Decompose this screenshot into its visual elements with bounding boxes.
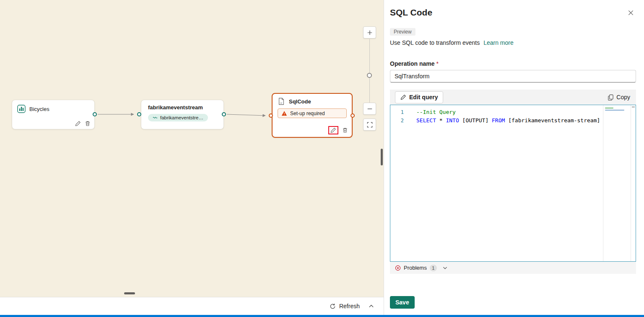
node-sqlcode[interactable]: sql SqlCode Set-up required [272,93,353,138]
fit-to-screen-button[interactable] [363,119,376,131]
minimap[interactable] [603,105,631,261]
eventstream-stream-badge[interactable]: fabrikameventstre… [148,114,208,121]
taskbar-strip [0,315,644,317]
sql-document-icon: sql [278,98,285,105]
error-icon [395,265,401,271]
edit-sqlcode-button[interactable] [328,126,338,134]
connector-eventstream-out[interactable] [222,112,226,116]
warning-icon [281,111,287,116]
code-lines[interactable]: --Init QuerySELECT * INTO [OUTPUT] FROM … [410,105,636,261]
trash-icon [85,121,91,126]
preview-badge: Preview [390,28,415,36]
minus-icon [367,106,373,112]
eventstream-canvas[interactable]: Bicycles fabrikameventstream fabrikameve… [0,0,384,297]
chevron-down-icon [442,265,448,271]
trash-icon [342,127,348,133]
chevron-up-icon [368,303,374,309]
copy-label: Copy [616,94,630,101]
sql-code-editor[interactable]: 12 --Init QuerySELECT * INTO [OUTPUT] FR… [390,105,636,262]
pencil-icon [400,94,406,100]
node-sqlcode-label: SqlCode [289,98,311,105]
operation-name-label: Operation name* [390,60,636,67]
bar-chart-icon [17,105,26,113]
vertical-scrollbar[interactable] [381,149,383,165]
pencil-icon [75,121,81,126]
edit-query-label: Edit query [409,94,438,101]
pencil-icon [330,127,336,133]
problems-label: Problems [404,265,427,271]
zoom-slider-handle[interactable] [367,73,372,78]
line-number: 1 [390,108,404,116]
close-icon [628,10,634,16]
stream-icon [153,115,158,120]
eventstream-stream-badge-label: fabrikameventstre… [160,115,203,120]
sql-code-panel: SQL Code Preview Use SQL code to transfo… [384,0,644,315]
plus-icon [367,30,373,36]
delete-sqlcode-button[interactable] [342,127,348,133]
connector-sqlcode-out[interactable] [351,113,355,118]
problems-count-badge: 1 [430,265,437,271]
refresh-button[interactable]: Refresh [330,303,360,309]
node-fabrikameventstream[interactable]: fabrikameventstream fabrikameventstre… [141,100,224,129]
edges-layer [0,0,384,297]
canvas-bottom-bar: Refresh [0,297,384,315]
overview-ruler[interactable] [631,105,636,261]
delete-node-button[interactable] [85,121,91,126]
svg-text:sql: sql [280,102,282,104]
node-bicycles[interactable]: Bicycles [12,100,95,129]
copy-icon [608,94,614,101]
learn-more-link[interactable]: Learn more [483,39,514,46]
node-bicycles-label: Bicycles [29,106,49,112]
zoom-in-button[interactable] [363,26,376,39]
ruler-mark [632,106,635,108]
panel-title: SQL Code [390,8,432,18]
save-button[interactable]: Save [390,296,415,309]
required-asterisk: * [436,60,439,67]
collapse-bottom-panel-button[interactable] [368,303,374,309]
refresh-icon [330,303,336,309]
zoom-out-button[interactable] [363,103,376,115]
setup-required-label: Set-up required [290,111,325,116]
editor-toolbar: Edit query Copy [390,90,636,105]
description-text: Use SQL code to transform events [390,39,480,46]
connector-bicycles-out[interactable] [93,112,97,116]
zoom-slider-track[interactable] [369,39,370,103]
fit-screen-icon [367,122,373,128]
connector-eventstream-in[interactable] [137,112,141,116]
minimap-line [605,110,624,111]
panel-description: Use SQL code to transform events Learn m… [390,39,636,46]
minimap-line [605,108,613,108]
line-number: 2 [390,116,404,125]
line-numbers: 12 [390,105,410,261]
edit-node-button[interactable] [75,121,81,126]
problems-bar[interactable]: Problems 1 [390,262,636,274]
close-panel-button[interactable] [625,7,636,18]
refresh-label: Refresh [339,303,360,309]
horizontal-scrollbar[interactable] [124,292,135,294]
copy-button[interactable]: Copy [608,94,630,101]
operation-name-input[interactable] [390,70,636,82]
node-eventstream-label: fabrikameventstream [148,104,217,111]
connector-sqlcode-in[interactable] [269,113,273,118]
edit-query-button[interactable]: Edit query [395,91,443,103]
setup-required-warning: Set-up required [278,108,347,118]
